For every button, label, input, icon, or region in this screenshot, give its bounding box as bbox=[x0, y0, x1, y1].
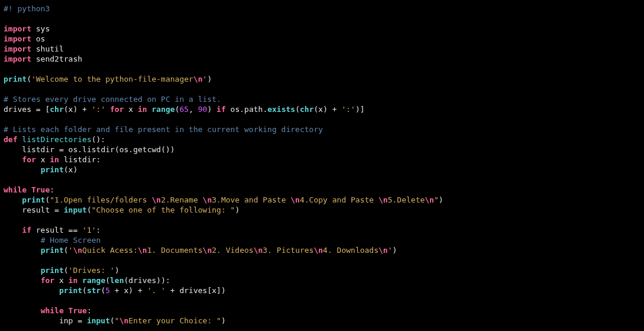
builtin-chr: chr bbox=[50, 105, 63, 114]
string-literal: '\nQuick Acess:\n1. Documents\n2. Videos… bbox=[69, 246, 393, 255]
string-literal: 'Drives: ' bbox=[69, 266, 115, 275]
number-literal: 90 bbox=[198, 105, 208, 114]
identifier: listdir bbox=[64, 155, 96, 164]
module-name: os bbox=[36, 34, 46, 43]
identifier: inp bbox=[59, 316, 73, 325]
number-literal: 65 bbox=[179, 105, 189, 114]
identifier: x bbox=[59, 276, 64, 285]
builtin-print: print bbox=[59, 286, 82, 295]
identifier: result bbox=[36, 226, 64, 234]
string-literal: '. ' bbox=[147, 286, 166, 295]
keyword-def: def bbox=[4, 135, 17, 144]
paren: ( bbox=[27, 75, 31, 83]
keyword-while: while bbox=[41, 306, 64, 315]
identifier: os.path bbox=[231, 105, 263, 114]
string-literal: 'Welcome to the python-file-manager\n' bbox=[31, 75, 207, 83]
shebang-line: #! python3 bbox=[4, 4, 50, 13]
identifier: listdir bbox=[22, 145, 54, 154]
code-editor[interactable]: #! python3 import sys import os import s… bbox=[0, 0, 644, 326]
builtin-range: range bbox=[152, 105, 175, 114]
keyword-import: import bbox=[4, 44, 31, 53]
identifier: x bbox=[41, 155, 46, 164]
identifier: drives bbox=[128, 276, 156, 285]
identifier: result bbox=[22, 205, 50, 214]
module-name: send2trash bbox=[36, 54, 82, 63]
function-name: listDirectories bbox=[22, 135, 91, 144]
number-literal: 5 bbox=[105, 286, 110, 295]
comment: # Home Screen bbox=[41, 236, 101, 245]
keyword-import: import bbox=[4, 54, 31, 63]
keyword-import: import bbox=[4, 24, 31, 33]
identifier: x bbox=[318, 105, 323, 114]
string-literal: "1.Open files/folders \n2.Rename \n3.Mov… bbox=[50, 195, 439, 204]
keyword-true: True bbox=[31, 185, 50, 194]
identifier: drives bbox=[179, 286, 207, 295]
keyword-in: in bbox=[138, 105, 147, 114]
builtin-exists: exists bbox=[267, 105, 295, 114]
keyword-for: for bbox=[41, 276, 54, 285]
keyword-if: if bbox=[22, 226, 31, 234]
keyword-for: for bbox=[22, 155, 35, 164]
builtin-print: print bbox=[41, 266, 64, 275]
builtin-input: input bbox=[87, 316, 110, 325]
builtin-print: print bbox=[4, 75, 27, 83]
identifier: drives bbox=[4, 105, 31, 114]
keyword-in: in bbox=[50, 155, 59, 164]
keyword-true: True bbox=[69, 306, 87, 315]
identifier: x bbox=[212, 286, 216, 295]
keyword-import: import bbox=[4, 34, 31, 43]
builtin-print: print bbox=[41, 246, 64, 255]
identifier: os.getcwd bbox=[119, 145, 161, 154]
string-literal: "Choose one of the following: " bbox=[92, 205, 235, 214]
identifier: x bbox=[128, 105, 133, 114]
string-literal: "\nEnter your Choice: " bbox=[115, 316, 221, 325]
module-name: shutil bbox=[36, 44, 64, 53]
string-literal: ':' bbox=[341, 105, 355, 114]
string-literal: '1' bbox=[82, 226, 96, 234]
module-name: sys bbox=[36, 24, 50, 33]
paren: ) bbox=[207, 75, 212, 83]
builtin-chr: chr bbox=[300, 105, 313, 114]
comment: # Lists each folder and file present in … bbox=[4, 125, 323, 134]
builtin-str: str bbox=[87, 286, 101, 295]
keyword-if: if bbox=[216, 105, 226, 114]
builtin-input: input bbox=[64, 205, 87, 214]
keyword-in: in bbox=[69, 276, 78, 285]
comment: # Stores every drive connected on PC in … bbox=[4, 95, 221, 104]
keyword-while: while bbox=[4, 185, 27, 194]
builtin-print: print bbox=[22, 195, 45, 204]
builtin-len: len bbox=[110, 276, 124, 285]
builtin-print: print bbox=[41, 165, 64, 174]
builtin-range: range bbox=[82, 276, 105, 285]
string-literal: ':' bbox=[92, 105, 105, 114]
keyword-for: for bbox=[110, 105, 124, 114]
identifier: os.listdir bbox=[69, 145, 115, 154]
